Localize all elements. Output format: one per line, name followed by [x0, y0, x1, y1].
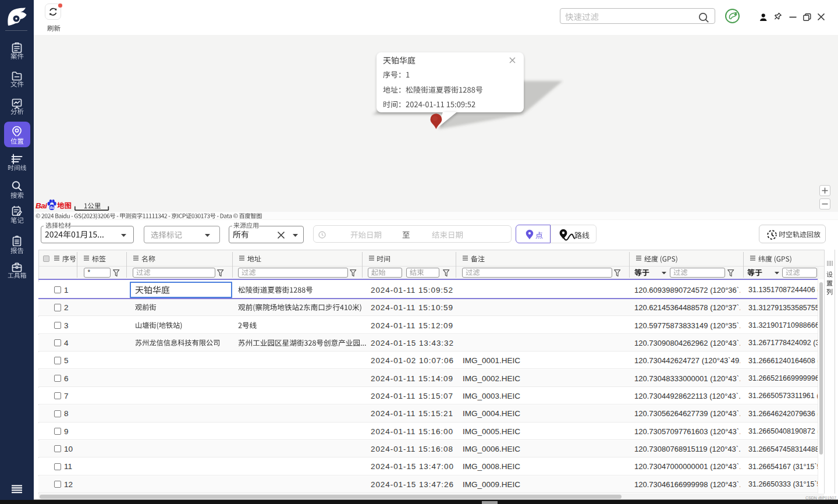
svg-text:du: du	[49, 205, 54, 210]
